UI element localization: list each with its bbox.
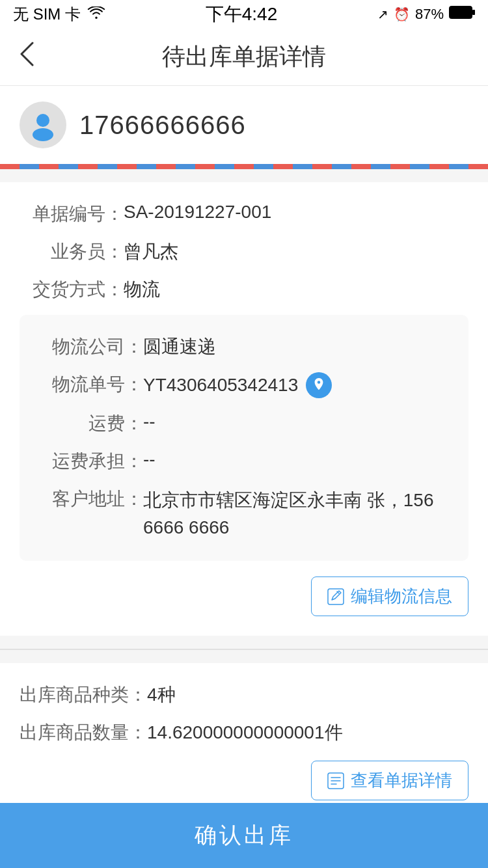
product-quantity-label: 出库商品数量： [20, 720, 147, 745]
logistics-company-row: 物流公司： 圆通速递 [39, 334, 449, 359]
list-icon [327, 772, 344, 789]
user-header: 17666666666 [0, 86, 488, 164]
carrier-text: 无 SIM 卡 [13, 4, 81, 25]
status-time: 下午4:42 [206, 2, 278, 27]
order-no-row: 单据编号： SA-20191227-001 [20, 202, 468, 226]
svg-point-3 [33, 128, 53, 141]
tracking-no-value: YT43064053424​13 [143, 372, 449, 398]
battery-icon [449, 6, 475, 23]
order-no-label: 单据编号： [20, 202, 124, 226]
sales-person-value: 曾凡杰 [124, 239, 468, 264]
edit-icon [327, 588, 344, 605]
divider-line [0, 649, 488, 650]
product-quantity-value: 14.620000000000001件 [147, 720, 468, 745]
tracking-no-row: 物流单号： YT43064053424​13 [39, 372, 449, 398]
logistics-card: 物流公司： 圆通速递 物流单号： YT43064053424​13 运费： --… [20, 315, 468, 561]
freight-bearer-row: 运费承担： -- [39, 449, 449, 474]
sales-person-label: 业务员： [20, 239, 124, 264]
order-info-section: 单据编号： SA-20191227-001 业务员： 曾凡杰 交货方式： 物流 … [0, 182, 488, 636]
address-value: 北京市市辖区海淀区永丰南 张，156 6666 6666 [143, 487, 449, 541]
address-label: 客户地址： [39, 487, 143, 511]
edit-logistics-button-container: 编辑物流信息 [20, 576, 468, 616]
svg-point-2 [36, 114, 49, 127]
alarm-icon: ⏰ [394, 7, 410, 22]
status-bar: 无 SIM 卡 下午4:42 ↗ ⏰ 87% [0, 0, 488, 29]
page-title: 待出库单据详情 [162, 41, 326, 73]
detail-button-container: 查看单据详情 [20, 761, 468, 800]
product-section: 出库商品种类： 4种 出库商品数量： 14.620000000000001件 查… [0, 663, 488, 820]
svg-rect-4 [328, 589, 344, 604]
tracking-no-label: 物流单号： [39, 372, 143, 397]
nav-bar: 待出库单据详情 [0, 29, 488, 86]
freight-label: 运费： [39, 411, 143, 436]
logistics-company-value: 圆通速递 [143, 334, 449, 359]
status-right: ↗ ⏰ 87% [377, 6, 475, 23]
freight-bearer-value: -- [143, 449, 449, 470]
freight-value: -- [143, 411, 449, 432]
view-detail-button[interactable]: 查看单据详情 [311, 761, 468, 800]
delivery-method-row: 交货方式： 物流 [20, 277, 468, 302]
wifi-icon [87, 5, 105, 23]
freight-row: 运费： -- [39, 411, 449, 436]
logistics-company-label: 物流公司： [39, 334, 143, 359]
view-detail-label: 查看单据详情 [351, 769, 452, 792]
edit-logistics-button[interactable]: 编辑物流信息 [311, 576, 468, 616]
confirm-button[interactable]: 确认出库 [0, 803, 488, 868]
status-left: 无 SIM 卡 [13, 4, 105, 25]
freight-bearer-label: 运费承担： [39, 449, 143, 474]
product-types-label: 出库商品种类： [20, 683, 147, 707]
battery-text: 87% [415, 6, 444, 23]
location-icon[interactable] [306, 372, 332, 398]
user-phone: 17666666666 [79, 111, 246, 140]
back-button[interactable] [20, 35, 40, 79]
delivery-method-value: 物流 [124, 277, 468, 302]
location-arrow-icon: ↗ [377, 7, 388, 22]
section-gap-1 [0, 636, 488, 649]
avatar [20, 102, 66, 148]
product-quantity-row: 出库商品数量： 14.620000000000001件 [20, 720, 468, 745]
delivery-method-label: 交货方式： [20, 277, 124, 302]
order-no-value: SA-20191227-001 [124, 202, 468, 223]
svg-rect-0 [450, 7, 472, 19]
edit-logistics-label: 编辑物流信息 [351, 585, 452, 608]
product-types-value: 4种 [147, 683, 468, 707]
dashed-divider [0, 164, 488, 169]
address-row: 客户地址： 北京市市辖区海淀区永丰南 张，156 6666 6666 [39, 487, 449, 541]
confirm-label: 确认出库 [195, 821, 293, 850]
product-types-row: 出库商品种类： 4种 [20, 683, 468, 707]
sales-person-row: 业务员： 曾凡杰 [20, 239, 468, 264]
svg-rect-1 [472, 10, 475, 15]
